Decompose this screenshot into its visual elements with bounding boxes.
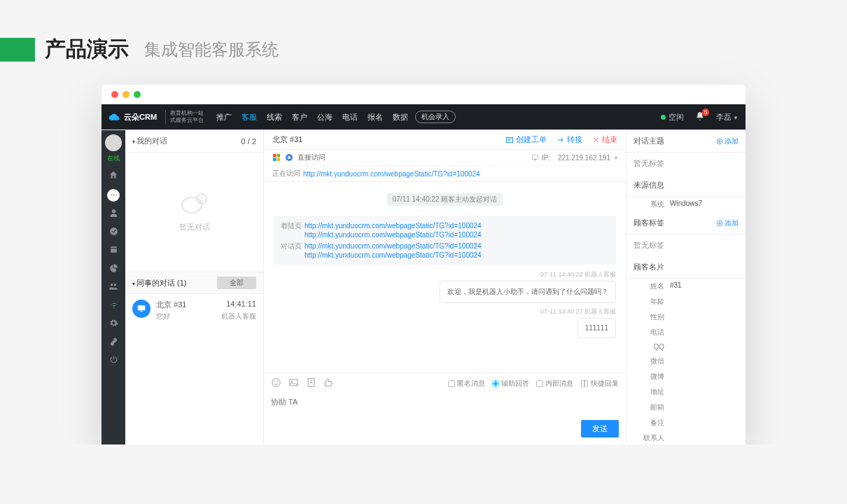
workspace: 在线 ⋯ ▾我的对话 0 / 2 暂无对话 ▾同事的对话 (1	[102, 130, 746, 444]
send-button[interactable]: 发送	[581, 420, 619, 438]
calendar-icon[interactable]	[109, 245, 118, 256]
source-header: 来源信息	[626, 174, 746, 197]
close-icon	[592, 136, 600, 144]
field-contact: 联系人	[626, 430, 746, 444]
chat-meta-row2: 正在访问 http://mkt.yunduocrm.com/webpageSta…	[264, 166, 626, 182]
close-dot[interactable]	[111, 91, 118, 98]
svg-rect-13	[532, 155, 538, 159]
peer-conv-header[interactable]: ▾同事的对话 (1) 全部	[125, 272, 263, 294]
create-ticket-button[interactable]: 创建工单	[505, 134, 547, 145]
bell-badge: 5	[702, 108, 709, 116]
conversation-column: ▾我的对话 0 / 2 暂无对话 ▾同事的对话 (1) 全部 北京 #3114:…	[125, 130, 264, 444]
my-conv-header[interactable]: ▾我的对话 0 / 2	[125, 130, 263, 153]
power-icon[interactable]	[109, 355, 118, 366]
message-input[interactable]	[271, 396, 619, 407]
idle-status[interactable]: 空闲	[661, 112, 684, 122]
dialog-label: 对话页	[281, 242, 302, 250]
piechart-icon[interactable]	[109, 263, 118, 274]
add-topic-button[interactable]: 添加	[716, 136, 738, 146]
svg-rect-22	[585, 380, 588, 386]
home-icon[interactable]	[108, 170, 118, 182]
wifi-icon[interactable]	[109, 300, 118, 312]
my-conv-label: 我的对话	[136, 136, 167, 145]
brand-tagline: 教育机构一站式服务云平台	[165, 110, 204, 124]
slide-subtitle: 集成智能客服系统	[144, 38, 279, 61]
bell-button[interactable]: 5	[695, 111, 705, 122]
user-menu[interactable]: 李磊▼	[716, 112, 738, 122]
monitor-icon	[531, 154, 539, 162]
cloud-icon	[108, 111, 120, 122]
field-tel: 电话	[626, 325, 746, 340]
opportunity-pill[interactable]: 机会录入	[415, 111, 456, 123]
nav-service[interactable]: 客服	[241, 112, 257, 122]
dialog-url[interactable]: http://mkt.yunduocrm.com/webpageStatic/T…	[304, 242, 482, 250]
chat-title: 北京 #31	[272, 134, 302, 145]
thumbsup-icon[interactable]	[323, 377, 334, 389]
nav-signup[interactable]: 报名	[368, 112, 383, 122]
nav-phone[interactable]: 电话	[342, 112, 358, 122]
anon-checkbox[interactable]: 匿名消息	[448, 379, 485, 388]
chat-meta-row1: 直接访问 IP: 221.219.162.191 ▾	[264, 150, 626, 166]
person-icon[interactable]	[109, 209, 118, 220]
emoji-icon[interactable]	[271, 377, 281, 389]
svg-point-2	[200, 197, 201, 199]
nav-clue[interactable]: 线索	[267, 112, 282, 122]
svg-rect-7	[273, 154, 276, 158]
chevron-down-icon[interactable]: ▾	[615, 155, 617, 161]
conv-time: 14:41:11	[226, 300, 256, 310]
source-title: 来源信息	[634, 180, 664, 190]
card-title: 顾客名片	[634, 262, 664, 272]
transfer-button[interactable]: 转接	[556, 134, 582, 145]
svg-rect-14	[534, 159, 536, 160]
end-button[interactable]: 结束	[592, 134, 617, 145]
maximize-dot[interactable]	[134, 91, 141, 98]
peer-conv-label: 同事的对话 (1)	[136, 279, 187, 287]
image-icon[interactable]	[288, 377, 299, 389]
windows-icon	[272, 153, 281, 162]
source-system: 系统Windows7	[626, 197, 746, 212]
conv-agent: 机器人客服	[221, 312, 256, 321]
nav-customer[interactable]: 客户	[292, 112, 307, 122]
dialog-url-2[interactable]: http://mkt.yunduocrm.com/webpageStatic/T…	[304, 251, 482, 259]
compose-toolbar: 匿名消息 辅助回答 内部消息 快捷回复	[264, 372, 626, 393]
svg-rect-10	[277, 158, 281, 162]
add-tag-button[interactable]: 添加	[716, 218, 738, 228]
minimize-dot[interactable]	[122, 91, 130, 98]
conv-title: 北京 #31	[156, 300, 186, 310]
status-dot-icon	[661, 115, 666, 120]
system-message: 07/11 14:40:22 顾客主动发起对话	[387, 193, 503, 206]
topic-empty: 暂无标签	[626, 153, 746, 174]
attachment-icon[interactable]	[306, 377, 316, 389]
nav-data[interactable]: 数据	[393, 112, 408, 122]
nav-promo[interactable]: 推广	[216, 112, 232, 122]
check-circle-icon[interactable]	[109, 227, 118, 238]
chat-icon[interactable]: ⋯	[107, 189, 120, 202]
avatar[interactable]	[105, 134, 122, 151]
landing-url-2[interactable]: http://mkt.yunduocrm.com/webpageStatic/T…	[304, 231, 482, 239]
empty-text: 暂无对话	[179, 222, 210, 232]
svg-point-12	[288, 156, 290, 159]
svg-point-0	[182, 197, 202, 213]
group-icon[interactable]	[108, 281, 118, 293]
bot-message: 欢迎，我是机器人小助手，请问遇到了什么问题吗？	[440, 281, 616, 303]
app-window: 云朵CRM 教育机构一站式服务云平台 推广 客服 线索 客户 公海 电话 报名 …	[102, 85, 746, 444]
msg-timestamp: 07-11 14:40:27 机器人客服	[274, 307, 616, 316]
landing-url[interactable]: http://mkt.yunduocrm.com/webpageStatic/T…	[304, 222, 482, 230]
tag-empty: 暂无标签	[626, 234, 746, 256]
internal-checkbox[interactable]: 内部消息	[536, 379, 573, 388]
conversation-item[interactable]: 北京 #3114:41:11 您好机器人客服	[125, 294, 263, 327]
all-button[interactable]: 全部	[217, 276, 256, 289]
conv-avatar	[132, 300, 150, 318]
ip-display: IP: 221.219.162.191 ▾	[531, 154, 617, 162]
quickreply-button[interactable]: 快捷回复	[580, 379, 619, 388]
link-icon[interactable]	[109, 337, 118, 348]
visiting-url[interactable]: http://mkt.yunduocrm.com/webpageStatic/T…	[303, 170, 480, 178]
online-label: 在线	[107, 154, 120, 163]
field-mail: 邮箱	[626, 400, 746, 415]
nav-pool[interactable]: 公海	[317, 112, 332, 122]
assist-radio[interactable]: 辅助回答	[492, 379, 529, 388]
visiting-label: 正在访问	[272, 169, 300, 178]
field-wx: 微信	[626, 354, 746, 369]
gear-icon[interactable]	[109, 318, 118, 330]
svg-point-17	[277, 382, 278, 382]
